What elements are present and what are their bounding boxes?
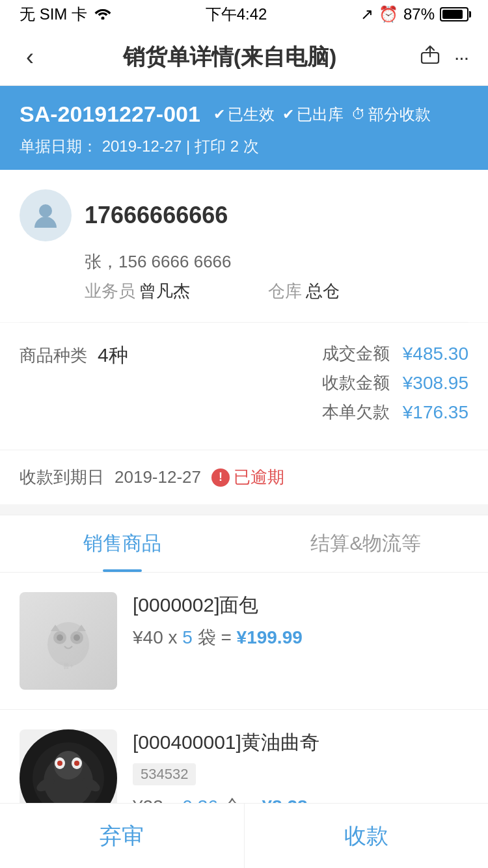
- due-date-section: 收款到期日 2019-12-27 ! 已逾期: [0, 450, 488, 504]
- checkmark-icon-2: ✔: [282, 106, 294, 123]
- battery-text: 87%: [403, 5, 435, 23]
- order-date-row: 单据日期： 2019-12-27 | 打印 2 次: [20, 136, 468, 157]
- status-effective: ✔ 已生效: [213, 104, 275, 125]
- print-info: | 打印 2 次: [186, 137, 259, 155]
- svg-point-2: [39, 204, 52, 217]
- bottom-bar: 弃审 收款: [0, 803, 488, 868]
- tabs-section: 销售商品 结算&物流等: [0, 515, 488, 573]
- back-button[interactable]: ‹: [20, 37, 40, 77]
- collect-payment-button[interactable]: 收款: [245, 804, 489, 868]
- product-sku-2: 534532: [133, 763, 196, 785]
- avatar: [20, 189, 72, 241]
- tab-settlement[interactable]: 结算&物流等: [244, 515, 488, 572]
- status-bar: 无 SIM 卡 下午4:42 ↗ ⏰ 87%: [0, 0, 488, 29]
- product-info-1: [0000002]面包 ¥40 x 5 袋 = ¥199.99: [133, 592, 468, 650]
- clock-icon: ⏱: [351, 106, 366, 123]
- tab-sales-products[interactable]: 销售商品: [0, 515, 244, 572]
- overdue-badge: ! 已逾期: [211, 466, 284, 489]
- owed-amount-row: 本单欠款 ¥176.35: [322, 401, 468, 424]
- due-date-label: 收款到期日: [20, 466, 104, 489]
- svg-point-0: [102, 17, 105, 20]
- customer-name-phone: 张，156 6666 6666: [20, 251, 468, 273]
- tabs-row: 销售商品 结算&物流等: [0, 515, 488, 573]
- meta-divider: [190, 281, 268, 301]
- nav-right-actions: ···: [419, 44, 468, 70]
- alarm-icon: ⏰: [379, 5, 398, 23]
- received-amount-row: 收款金额 ¥308.95: [322, 372, 468, 394]
- status-tags: ✔ 已生效 ✔ 已出库 ⏱ 部分收款: [213, 104, 431, 125]
- owed-label: 本单欠款: [322, 401, 390, 424]
- order-id: SA-20191227-001: [20, 102, 200, 127]
- wifi-icon: [94, 5, 112, 23]
- warehouse-label: 仓库: [268, 280, 302, 303]
- due-date-value: 2019-12-27: [115, 467, 201, 487]
- overdue-text: 已逾期: [234, 466, 284, 489]
- carrier-text: 无 SIM 卡: [20, 4, 87, 25]
- overdue-warning-icon: !: [211, 468, 230, 487]
- product-qty-1: 5: [182, 627, 193, 647]
- time-display: 下午4:42: [206, 4, 267, 25]
- status-outbound: ✔ 已出库: [282, 104, 344, 125]
- customer-top: 17666666666: [20, 189, 468, 241]
- sales-label: 业务员: [85, 280, 135, 303]
- cancel-review-label: 弃审: [100, 821, 144, 851]
- summary-left: 商品种类 4种: [20, 342, 128, 369]
- deal-amount: ¥485.30: [403, 344, 468, 364]
- product-type-label: 商品种类: [20, 344, 87, 367]
- product-thumbnail-1: 兽+: [20, 592, 117, 690]
- customer-section: 17666666666 张，156 6666 6666 业务员 曾凡杰 仓库 总…: [0, 170, 488, 322]
- product-type-count: 4种: [98, 342, 128, 369]
- sales-name: 曾凡杰: [139, 280, 190, 303]
- product-type-row: 商品种类 4种: [20, 342, 128, 369]
- order-id-row: SA-20191227-001 ✔ 已生效 ✔ 已出库 ⏱ 部分收款: [20, 102, 468, 127]
- more-button[interactable]: ···: [454, 46, 468, 68]
- cancel-review-button[interactable]: 弃审: [0, 804, 245, 868]
- section-divider: [0, 504, 488, 515]
- customer-phone: 17666666666: [85, 202, 228, 229]
- order-date-label: 单据日期：: [20, 137, 98, 155]
- owed-amount: ¥176.35: [403, 402, 468, 423]
- svg-point-6: [57, 634, 63, 641]
- product-name-2: [000400001]黄油曲奇: [133, 729, 468, 756]
- tab-label-sales: 销售商品: [83, 530, 161, 557]
- product-name-1: [0000002]面包: [133, 592, 468, 619]
- tab-label-settlement: 结算&物流等: [310, 530, 421, 557]
- summary-right: 成交金额 ¥485.30 收款金额 ¥308.95 本单欠款 ¥176.35: [322, 342, 468, 430]
- svg-point-16: [74, 761, 79, 766]
- product-item: 兽+ [0000002]面包 ¥40 x 5 袋 = ¥199.99: [0, 573, 488, 710]
- warehouse-name: 总仓: [306, 280, 340, 303]
- product-price-1: ¥40 x 5 袋 = ¥199.99: [133, 625, 468, 650]
- summary-section: 商品种类 4种 成交金额 ¥485.30 收款金额 ¥308.95 本单欠款 ¥…: [0, 323, 488, 450]
- deal-amount-label: 成交金额: [322, 342, 390, 365]
- status-partial-payment: ⏱ 部分收款: [351, 104, 431, 125]
- svg-point-7: [74, 634, 80, 641]
- svg-point-15: [57, 761, 62, 766]
- order-date: 2019-12-27: [102, 137, 182, 155]
- svg-text:兽+: 兽+: [63, 662, 74, 670]
- received-amount: ¥308.95: [403, 373, 468, 394]
- status-left: 无 SIM 卡: [20, 4, 112, 25]
- page-title: 销货单详情(来自电脑): [40, 42, 419, 72]
- order-header: SA-20191227-001 ✔ 已生效 ✔ 已出库 ⏱ 部分收款 单据日期：…: [0, 86, 488, 170]
- share-button[interactable]: [419, 44, 441, 70]
- deal-amount-row: 成交金额 ¥485.30: [322, 342, 468, 365]
- product-total-1: ¥199.99: [237, 627, 303, 647]
- received-label: 收款金额: [322, 372, 390, 394]
- status-right: ↗ ⏰ 87%: [360, 5, 468, 23]
- collect-payment-label: 收款: [344, 821, 388, 851]
- location-icon: ↗: [360, 5, 373, 23]
- checkmark-icon-1: ✔: [213, 106, 225, 123]
- nav-bar: ‹ 销货单详情(来自电脑) ···: [0, 29, 488, 86]
- customer-meta: 业务员 曾凡杰 仓库 总仓: [20, 280, 468, 303]
- battery-icon: [440, 7, 468, 21]
